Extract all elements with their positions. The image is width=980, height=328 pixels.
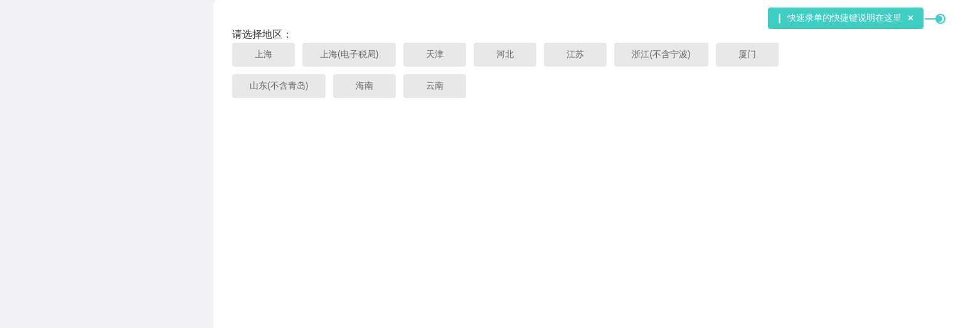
region-row-1: 上海 上海(电子税局) 天津 河北 江苏 浙江(不含宁波) 厦门 [232, 43, 961, 67]
region-btn-yunnan[interactable]: 云南 [403, 74, 466, 98]
tooltip-banner: 快速录单的快捷键说明在这里 × [768, 8, 924, 29]
left-sidebar [0, 0, 213, 328]
region-row-2: 山东(不含青岛) 海南 云南 [232, 74, 961, 98]
region-btn-xiamen[interactable]: 厦门 [716, 43, 779, 67]
region-btn-tianjin[interactable]: 天津 [403, 43, 466, 67]
region-btn-jiangsu[interactable]: 江苏 [544, 43, 607, 67]
region-btn-hebei[interactable]: 河北 [474, 43, 536, 67]
region-btn-shanghai-etax[interactable]: 上海(电子税局) [302, 43, 396, 67]
section-title: 请选择地区： [232, 28, 292, 41]
region-btn-shandong[interactable]: 山东(不含青岛) [232, 74, 326, 98]
region-btn-hainan[interactable]: 海南 [333, 74, 396, 98]
main-content: 请选择地区： 上海 上海(电子税局) 天津 河北 江苏 浙江(不含宁波) 厦门 … [213, 0, 980, 328]
region-btn-zhejiang[interactable]: 浙江(不含宁波) [614, 43, 708, 67]
tooltip-text: 快速录单的快捷键说明在这里 [787, 13, 902, 24]
region-btn-shanghai[interactable]: 上海 [232, 43, 295, 67]
tooltip-inner-dot [936, 16, 942, 22]
region-buttons: 上海 上海(电子税局) 天津 河北 江苏 浙江(不含宁波) 厦门 山东(不含青岛… [232, 43, 961, 106]
tooltip-close-button[interactable]: × [908, 13, 913, 23]
